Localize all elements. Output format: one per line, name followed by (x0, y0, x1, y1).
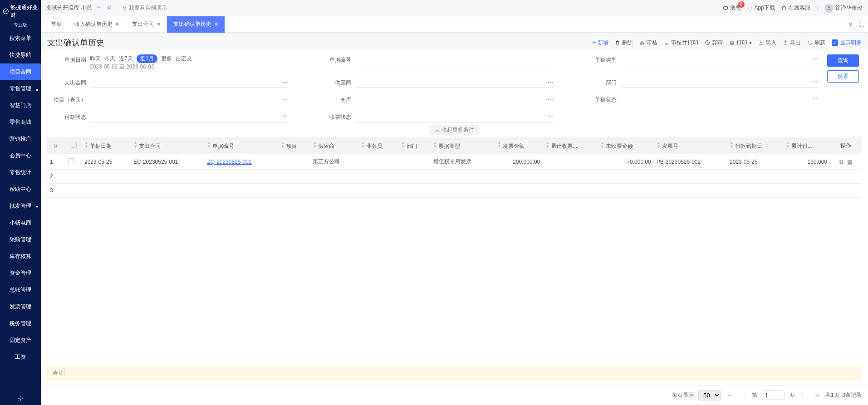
filter-doc-type[interactable]: 单据类型 ﹀ (580, 54, 818, 71)
sidebar-item[interactable]: 智慧门店 (0, 97, 41, 114)
cell-dept (398, 170, 431, 184)
abandon-button[interactable]: 弃审 (705, 39, 723, 47)
app-download-link[interactable]: App下载 (747, 4, 775, 12)
page-input[interactable] (762, 390, 785, 400)
tab[interactable]: 支出确认单历史✕ (167, 16, 225, 33)
col-acc-pay[interactable]: ▲▼累计付... (783, 137, 830, 154)
col-project[interactable]: ▲▼项目 (278, 137, 310, 154)
support-link[interactable]: 在线客服 (781, 4, 810, 12)
filter-warehouse[interactable]: 仓库 ⋯ (315, 94, 553, 105)
filter-doc-status[interactable]: 单据状态 ﹀ (580, 94, 818, 105)
sidebar-item[interactable]: 发票管理 (0, 298, 41, 315)
messages-link[interactable]: 消息 8 (723, 4, 741, 12)
col-contract[interactable]: ▲▼支出合同 (131, 137, 204, 154)
close-icon[interactable]: ✕ (157, 21, 161, 27)
row-copy-icon[interactable]: ⧉ (839, 159, 843, 165)
filter-supplier[interactable]: 供应商 ⋯ (315, 77, 553, 88)
last-page[interactable]: ⇥ (813, 392, 821, 399)
show-detail-toggle[interactable]: ✓ 显示明细 (832, 39, 862, 47)
table-row[interactable]: 3 (47, 184, 862, 198)
sidebar-settings[interactable] (0, 391, 41, 405)
date-today[interactable]: 今天 (104, 55, 115, 63)
doc-link[interactable]: ZQ-20230525-001 (207, 159, 251, 165)
sidebar-item[interactable]: 搜索菜单 (0, 30, 41, 47)
col-doc-no[interactable]: ▲▼单据编号 (204, 137, 278, 154)
sidebar-item[interactable]: 库存核算 (0, 248, 41, 265)
chevron-down-icon[interactable]: ﹀ (96, 4, 102, 12)
query-button[interactable]: 查询 (827, 54, 859, 67)
col-ticket-type[interactable]: ▲▼票据类型 (431, 137, 495, 154)
sidebar-item[interactable]: 固定资产 (0, 332, 41, 349)
col-inv-amount[interactable]: ▲▼发票金额 (495, 137, 543, 154)
audit-button[interactable]: 审核 (639, 39, 657, 47)
col-date[interactable]: ▲▼单据日期 (82, 137, 131, 154)
export-icon (783, 40, 788, 45)
sidebar-item[interactable]: 项目合同 (0, 63, 41, 80)
collapse-filters[interactable]: ︽ 收起更多条件 (429, 125, 480, 135)
org-settings-icon[interactable] (106, 5, 112, 11)
print-button[interactable]: 打印 ▾ (729, 39, 752, 47)
tab[interactable]: 收入确认单历史✕ (68, 16, 126, 33)
sidebar-item[interactable]: 营销推广 (0, 131, 41, 147)
col-salesman[interactable]: ▲▼业务员 (358, 137, 398, 154)
sidebar-item[interactable]: 采购管理 (0, 231, 41, 248)
sidebar-item[interactable]: 快捷导航 (0, 47, 41, 63)
horizontal-scrollbar[interactable] (47, 381, 862, 385)
org-selector[interactable]: 测试分开流程-小况 (46, 4, 92, 12)
col-pay-due[interactable]: ▲▼付款到期日 (727, 137, 783, 154)
user-menu[interactable]: 徐泽华修改 (824, 4, 863, 13)
audit-print-button[interactable]: 审核并打印 (664, 39, 698, 47)
sidebar-item[interactable]: 会员中心 (0, 147, 41, 164)
date-last1m[interactable]: 近1月 (137, 54, 158, 63)
col-checkbox[interactable] (65, 137, 82, 154)
first-page[interactable]: ⇤ (726, 392, 734, 399)
col-inv-no[interactable]: ▲▼发票号 (654, 137, 727, 154)
filter-pay-status[interactable]: 付款状态 ﹀ (50, 112, 288, 122)
filter-project[interactable]: 项目（表头） ⋯ (50, 94, 288, 105)
next-page[interactable]: 〉 (799, 391, 808, 399)
sidebar-item[interactable]: 零售管理▴ (0, 80, 41, 97)
date-custom[interactable]: 自定义 (176, 55, 192, 63)
col-gear[interactable] (47, 137, 65, 154)
sidebar-item[interactable]: 零售商城 (0, 114, 41, 131)
row-checkbox[interactable] (68, 158, 74, 164)
tab[interactable]: 支出合同✕ (126, 16, 167, 33)
export-button[interactable]: 导出 (783, 39, 801, 47)
close-icon[interactable]: ✕ (115, 21, 119, 27)
import-button[interactable]: 导入 (758, 39, 776, 47)
tab[interactable]: 首页 (44, 16, 68, 33)
sidebar-item[interactable]: 工资 (0, 349, 41, 366)
col-acc-receipt[interactable]: ▲▼累计收票... (543, 137, 598, 154)
expand-icon[interactable]: ⛶ (857, 20, 866, 29)
date-yesterday[interactable]: 昨天 (90, 55, 101, 63)
sidebar-item[interactable]: 批发管理▾ (0, 198, 41, 215)
filter-inv-status[interactable]: 收票状态 ﹀ (315, 112, 553, 122)
prev-page[interactable]: 〈 (738, 391, 747, 399)
filter-contract[interactable]: 支出合同 ⋯ (50, 77, 288, 88)
row-qr-icon[interactable]: ▦ (847, 159, 852, 165)
date-more[interactable]: 更多 (161, 55, 172, 63)
per-page-select[interactable]: 50 (698, 390, 721, 400)
filter-dept[interactable]: 部门 ﹀ (580, 77, 818, 88)
col-dept[interactable]: ▲▼部门 (398, 137, 431, 154)
table-row[interactable]: 2 (47, 170, 862, 184)
filter-doc-no[interactable]: 单据编号 (315, 54, 553, 71)
sidebar-item[interactable]: 资金管理 (0, 265, 41, 282)
table-row[interactable]: 12023-05-25EC-20230525-001ZQ-20230525-00… (47, 154, 862, 170)
close-tab-icon[interactable]: ✕ (846, 20, 854, 29)
col-unreceived[interactable]: ▲▼未收票金额 (598, 137, 654, 154)
sidebar-item[interactable]: 总账管理 (0, 282, 41, 298)
close-icon[interactable]: ✕ (214, 21, 218, 27)
settings-button[interactable]: 设置 (827, 70, 859, 83)
demo-link[interactable]: 我要看实例演示 (122, 4, 167, 12)
sidebar-item[interactable]: 零售统计 (0, 164, 41, 181)
refresh-button[interactable]: 刷新 (807, 39, 825, 47)
sidebar-item[interactable]: 小畅电商 (0, 215, 41, 231)
sidebar-item[interactable]: 税务管理 (0, 315, 41, 332)
col-supplier[interactable]: ▲▼供应商 (310, 137, 358, 154)
delete-button[interactable]: 删除 (615, 39, 633, 47)
add-button[interactable]: + 新增 (593, 39, 608, 47)
date-last7[interactable]: 近7天 (119, 55, 133, 63)
sidebar-item[interactable]: 帮助中心 (0, 181, 41, 198)
tab-label: 收入确认单历史 (74, 20, 113, 28)
